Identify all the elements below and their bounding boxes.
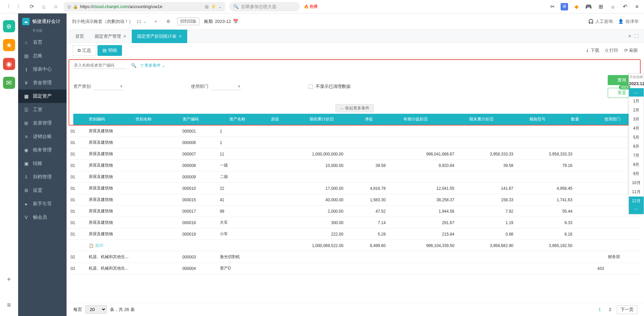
reload-button[interactable]: ⟳: [28, 3, 36, 11]
dropdown-icon[interactable]: ⌄: [218, 4, 222, 9]
translate-icon[interactable]: 译: [561, 3, 568, 10]
browser-toolbar: 〈 〉 ⟳ ⌂ ☆ ◎ 🔒 https://cloud.chanjet.com/…: [0, 0, 644, 13]
game-icon[interactable]: 🎮: [585, 3, 592, 10]
scissors-icon[interactable]: ✂: [549, 3, 556, 10]
lock-icon: 🔒: [73, 4, 78, 9]
url-bar[interactable]: ◎ 🔒 https://cloud.chanjet.com/accounting…: [64, 2, 225, 11]
wallet-icon[interactable]: ◆: [573, 3, 580, 10]
theme-icon[interactable]: ☼: [609, 3, 616, 10]
url-text: https://cloud.chanjet.com/accounting/uw1…: [80, 4, 162, 9]
flash-icon[interactable]: ⚡: [211, 4, 216, 9]
favorite-button[interactable]: ☆: [52, 3, 60, 11]
restore-icon[interactable]: ↶: [621, 3, 629, 10]
menu-icon[interactable]: ≡: [633, 3, 641, 10]
qr-icon[interactable]: ▦: [205, 4, 209, 9]
home-button[interactable]: ⌂: [40, 3, 48, 11]
search-placeholder: 彭斯参加总统大选: [241, 4, 276, 10]
search-box[interactable]: 🔍 彭斯参加总统大选: [229, 2, 300, 11]
search-icon: 🔍: [233, 4, 239, 9]
forward-button[interactable]: 〉: [15, 3, 24, 11]
apps-icon[interactable]: ⊞: [597, 3, 604, 10]
shield-icon: ◎: [67, 4, 71, 9]
hot-badge[interactable]: 🔥热搜: [304, 4, 318, 9]
back-button[interactable]: 〈: [3, 3, 11, 11]
